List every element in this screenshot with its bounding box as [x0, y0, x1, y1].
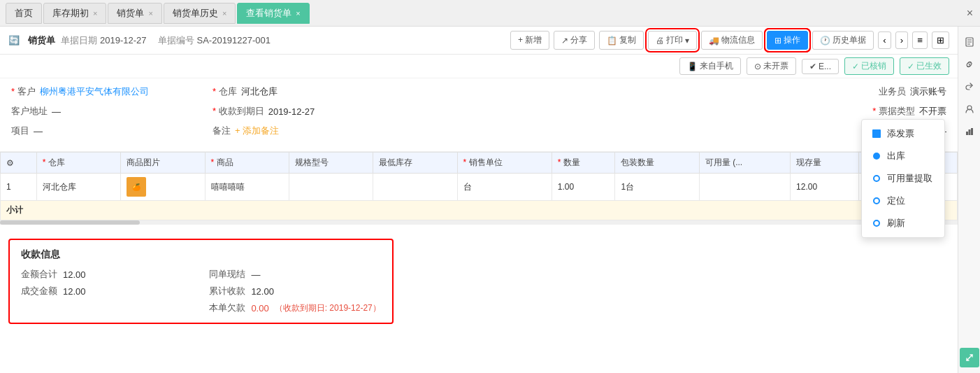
locate-icon — [872, 196, 881, 206]
share-button[interactable]: ↗ 分享 — [554, 31, 595, 50]
print-label: 打印 — [666, 34, 683, 46]
add-notes-button[interactable]: + 添加备注 — [235, 125, 279, 137]
operate-button[interactable]: ⊞ 操作 — [767, 31, 808, 50]
sidebar-icon-user[interactable] — [960, 99, 979, 119]
sidebar-icon-doc[interactable] — [960, 32, 979, 52]
written-off-button[interactable]: ✓ 已核销 — [844, 57, 894, 75]
status-bar: 📱 来自手机 ⊙ 未开票 ✔ E... ✓ 已核销 ✓ 已生效 — [0, 55, 958, 78]
print-dropdown-icon: ▾ — [685, 36, 689, 45]
doc-meta: 单据日期 2019-12-27 单据编号 SA-20191227-001 — [61, 34, 505, 47]
print-button-wrap: 🖨 打印 ▾ — [648, 31, 697, 50]
tab-sales-order[interactable]: 销货单 × — [108, 3, 161, 24]
outbound-label: 出库 — [887, 150, 905, 162]
tab-sales-order-label: 销货单 — [117, 7, 144, 20]
col-product: * 商品 — [205, 153, 289, 174]
doc-area: 🔄 销货单 单据日期 2019-12-27 单据编号 SA-20191227-0… — [0, 27, 958, 373]
phone-icon: 📱 — [687, 62, 698, 71]
col-pack-qty: 包装数量 — [615, 153, 699, 174]
total-value: 12.00 — [63, 269, 86, 280]
check-button[interactable]: ✔ E... — [802, 59, 839, 74]
effective-label: 已生效 — [916, 60, 942, 72]
horizontal-scrollbar[interactable] — [0, 220, 958, 225]
operate-icon: ⊞ — [774, 36, 781, 45]
effective-icon: ✓ — [907, 62, 914, 71]
print-button[interactable]: 🖨 打印 ▾ — [648, 31, 697, 50]
project-value: — — [34, 126, 43, 136]
doc-date-field: 单据日期 2019-12-27 — [61, 34, 147, 47]
summary-item-same-order: 同单现结 — — [209, 268, 380, 281]
dropdown-item-locate[interactable]: 定位 — [862, 190, 944, 212]
written-off-icon: ✓ — [852, 62, 859, 71]
notes-label: 备注 — [212, 125, 231, 137]
payment-due-label: 收款到期日 — [212, 105, 264, 118]
staff-label: 业务员 — [879, 85, 906, 98]
tab-sales-order-close[interactable]: × — [148, 9, 152, 17]
operate-button-wrap: ⊞ 操作 — [767, 31, 808, 50]
sidebar-icon-expand[interactable] — [960, 348, 979, 367]
address-label: 客户地址 — [11, 105, 48, 118]
dropdown-item-available-extract[interactable]: 可用量提取 — [862, 167, 944, 190]
tab-sales-history-close[interactable]: × — [222, 9, 226, 17]
summary-section: 收款信息 金额合计 12.00 同单现结 — 成交金额 12.00 — [8, 239, 394, 324]
refresh-icon — [872, 218, 881, 228]
doc-toolbar: 🔄 销货单 单据日期 2019-12-27 单据编号 SA-20191227-0… — [0, 27, 958, 55]
history-label: 历史单据 — [833, 34, 866, 46]
total-label: 金额合计 — [21, 268, 57, 281]
check-label: E... — [819, 62, 831, 71]
nav-next-button[interactable]: › — [895, 31, 908, 49]
deal-label: 成交金额 — [21, 285, 57, 297]
col-current-stock: 现存量 — [791, 153, 859, 174]
form-row-3: 项目 — 备注 + 添加备注 业务员盂 — — [11, 125, 946, 137]
customer-value[interactable]: 柳州粤港平安气体有限公司 — [40, 85, 149, 98]
sidebar-icon-link[interactable] — [960, 55, 979, 74]
history-icon: 🕐 — [820, 36, 830, 45]
tab-view-sales[interactable]: 查看销货单 × — [237, 3, 309, 24]
dropdown-item-outbound[interactable]: 出库 — [862, 145, 944, 167]
staff-field: 业务员 演示账号 — [879, 85, 946, 98]
sales-table: ⚙ * 仓库 商品图片 * 商品 规格型号 最低库存 * 销售单位 * 数量 包… — [0, 152, 958, 220]
copy-label: 复制 — [619, 34, 636, 46]
window-close-button[interactable]: × — [967, 7, 973, 20]
not-open-icon: ⊙ — [754, 62, 761, 71]
tab-inventory-init[interactable]: 库存期初 × — [43, 3, 106, 24]
history-button[interactable]: 🕐 历史单据 — [812, 31, 874, 50]
not-open-button[interactable]: ⊙ 未开票 — [747, 57, 796, 75]
col-available: 可用量 (... — [699, 153, 790, 174]
locate-label: 定位 — [887, 195, 905, 207]
view-grid-button[interactable]: ⊞ — [932, 31, 949, 49]
tab-view-sales-close[interactable]: × — [296, 9, 300, 17]
view-list-button[interactable]: ≡ — [912, 31, 928, 49]
summary-grid: 金额合计 12.00 同单现结 — 成交金额 12.00 累计收款 12.00 — [21, 268, 381, 314]
scrollbar-thumb[interactable] — [0, 220, 140, 225]
sidebar-icon-return[interactable] — [960, 77, 979, 97]
doc-icon: 🔄 — [8, 35, 20, 45]
cell-min-stock — [373, 174, 457, 201]
tab-bar: 首页 库存期初 × 销货单 × 销货单历史 × 查看销货单 × × — [0, 0, 980, 27]
tab-home[interactable]: 首页 — [6, 3, 42, 24]
project-label: 项目 — [11, 125, 29, 137]
logistics-icon: 🚚 — [709, 36, 719, 45]
invoice-field: 票据类型 不开票 — [872, 105, 946, 118]
settings-icon: ⚙ — [6, 158, 14, 168]
logistics-button[interactable]: 🚚 物流信息 — [701, 31, 763, 50]
sidebar-icon-chart[interactable] — [960, 122, 979, 141]
effective-button[interactable]: ✓ 已生效 — [900, 57, 949, 75]
new-button[interactable]: + 新增 — [510, 31, 549, 50]
cell-available — [699, 174, 790, 201]
tab-sales-history[interactable]: 销货单历史 × — [164, 3, 236, 24]
deal-value: 12.00 — [63, 286, 86, 297]
warehouse-field: 仓库 河北仓库 — [212, 85, 408, 98]
svg-rect-5 — [966, 132, 968, 135]
invoice-value: 不开票 — [919, 105, 946, 118]
dropdown-item-add-invoice[interactable]: 添发票 — [862, 122, 944, 145]
col-settings[interactable]: ⚙ — [1, 153, 37, 174]
summary-item-deal: 成交金额 12.00 — [21, 285, 192, 297]
from-phone-button[interactable]: 📱 来自手机 — [679, 57, 741, 75]
customer-field: 客户 柳州粤港平安气体有限公司 — [11, 85, 207, 98]
summary-item-received: 累计收款 12.00 — [209, 285, 380, 297]
copy-button[interactable]: 📋 复制 — [599, 31, 644, 50]
tab-inventory-init-close[interactable]: × — [93, 9, 97, 17]
nav-prev-button[interactable]: ‹ — [878, 31, 891, 49]
dropdown-item-refresh[interactable]: 刷新 — [862, 212, 944, 234]
owed-extra: （收款到期日: 2019-12-27） — [275, 302, 381, 314]
